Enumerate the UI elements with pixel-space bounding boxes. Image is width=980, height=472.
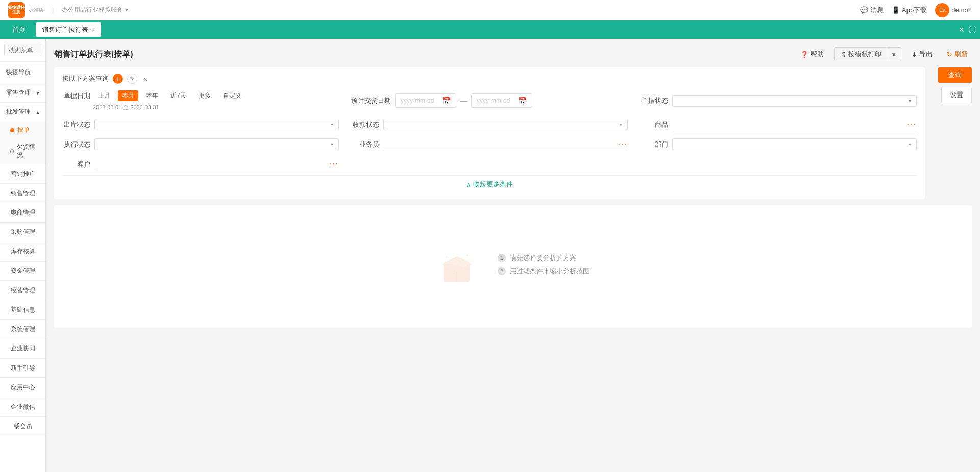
sidebar-section-wholesale: 批发管理 ▴ 按单 欠货情况 xyxy=(0,103,45,164)
product-input-area: ··· xyxy=(672,117,917,131)
filter-add-btn[interactable]: + xyxy=(113,74,123,84)
sidebar-item-operations[interactable]: 经营管理 xyxy=(0,281,45,300)
calendar-icon: 📅 xyxy=(442,97,451,105)
date-options: 上月 本月 本年 近7天 更多 自定义 xyxy=(93,90,246,102)
outbound-chevron: ▾ xyxy=(331,122,333,127)
filter-collapse-btn[interactable]: « xyxy=(143,75,148,83)
tab-home[interactable]: 首页 xyxy=(4,22,34,37)
sidebar-item-finance[interactable]: 资金管理 xyxy=(0,262,45,280)
close-window-btn[interactable]: ✕ xyxy=(959,26,965,34)
sidebar-section-member: 畅会员 xyxy=(0,417,45,436)
expected-date-to-input[interactable]: yyyy-mm-dd 📅 xyxy=(471,93,532,108)
filter-cell-customer: 客户 ··· xyxy=(62,157,339,171)
page-title: 销售订单执行表(按单) xyxy=(54,49,133,60)
sidebar-item-appcenter[interactable]: 应用中心 xyxy=(0,378,45,397)
step-1-icon: 1 xyxy=(498,254,506,262)
date-last-month-btn[interactable]: 上月 xyxy=(93,90,115,102)
sidebar-item-retail[interactable]: 零售管理 ▾ xyxy=(0,83,45,102)
date-custom-btn[interactable]: 自定义 xyxy=(218,90,246,102)
sidebar-section-enterprise: 企业协同 xyxy=(0,339,45,359)
message-btn[interactable]: 💬 消息 xyxy=(860,6,884,15)
product-more-btn[interactable]: ··· xyxy=(907,120,917,129)
tabbar-actions: ✕ ⛶ xyxy=(959,26,976,34)
settings-btn[interactable]: 设置 xyxy=(941,87,972,103)
svg-point-6 xyxy=(446,257,448,258)
sidebar-section-basics: 基础信息 xyxy=(0,300,45,320)
sidebar-subitem-byjob[interactable]: 按单 xyxy=(0,122,45,138)
collapse-icon: ∧ xyxy=(466,181,471,188)
date-this-year-btn[interactable]: 本年 xyxy=(141,90,163,102)
sidebar-subitem-backorder[interactable]: 欠货情况 xyxy=(0,138,45,164)
receipt-status-select[interactable]: ▾ xyxy=(383,119,628,130)
receipt-chevron: ▾ xyxy=(620,122,622,127)
date-separator: — xyxy=(460,97,467,105)
sidebar-item-wechat[interactable]: 企业微信 xyxy=(0,397,45,416)
exec-status-select[interactable]: ▾ xyxy=(94,138,339,150)
content-area: 销售订单执行表(按单) ❓ 帮助 🖨 按模板打印 ▾ ⬇ xyxy=(46,39,980,472)
order-status-select[interactable]: ▾ xyxy=(672,95,917,107)
sidebar-item-purchase[interactable]: 采购管理 xyxy=(0,223,45,242)
customer-more-btn[interactable]: ··· xyxy=(329,159,339,169)
filter-row-2: 出库状态 ▾ 收款状态 ▾ xyxy=(62,117,917,131)
sidebar-item-marketing[interactable]: 营销推广 xyxy=(0,164,45,183)
empty-tip-2: 2 用过滤条件来缩小分析范围 xyxy=(498,267,590,276)
top-menu[interactable]: 办公用品行业模拟账套 ▾ xyxy=(62,6,128,14)
sidebar-item-tutorial[interactable]: 新手引导 xyxy=(0,359,45,377)
outbound-status-select[interactable]: ▾ xyxy=(94,119,339,130)
query-btn[interactable]: 查询 xyxy=(938,67,972,83)
export-btn[interactable]: ⬇ 导出 xyxy=(908,48,937,61)
sidebar-item-system[interactable]: 系统管理 xyxy=(0,320,45,339)
collapse-more-btn[interactable]: ∧ 收起更多条件 xyxy=(62,175,917,193)
sidebar-item-ecommerce[interactable]: 电商管理 xyxy=(0,203,45,222)
topbar-left: 畅捷通好生意 标准版 | 办公用品行业模拟账套 ▾ xyxy=(8,2,128,18)
filter-cell-salesperson: 业务员 ··· xyxy=(351,137,628,151)
sidebar-item-enterprise[interactable]: 企业协同 xyxy=(0,339,45,358)
filter-cell-outbound: 出库状态 ▾ xyxy=(62,117,339,131)
maximize-btn[interactable]: ⛶ xyxy=(969,26,976,34)
template-print-group: 🖨 按模板打印 ▾ xyxy=(834,47,901,61)
inactive-dot-icon xyxy=(10,149,14,153)
sidebar-section-inventory: 库存核算 xyxy=(0,242,45,262)
filter-edit-btn[interactable]: ✎ xyxy=(127,74,137,84)
sidebar-item-basics[interactable]: 基础信息 xyxy=(0,300,45,319)
sidebar-submenu-wholesale: 按单 欠货情况 xyxy=(0,122,45,164)
message-icon: 💬 xyxy=(860,6,868,14)
dept-select[interactable]: ▾ xyxy=(672,138,917,150)
sidebar-item-sales[interactable]: 销售管理 xyxy=(0,184,45,203)
step-2-icon: 2 xyxy=(498,267,506,275)
sidebar-item-inventory[interactable]: 库存核算 xyxy=(0,242,45,261)
date-7days-btn[interactable]: 近7天 xyxy=(166,90,191,102)
sidebar-item-wholesale[interactable]: 批发管理 ▴ xyxy=(0,103,45,122)
sidebar-section-purchase: 采购管理 xyxy=(0,223,45,242)
filter-cell-product: 商品 ··· xyxy=(640,117,917,131)
refresh-btn[interactable]: ↻ 刷新 xyxy=(943,48,972,61)
topbar: 畅捷通好生意 标准版 | 办公用品行业模拟账套 ▾ 💬 消息 📱 App下载 E… xyxy=(0,0,980,20)
template-print-btn[interactable]: 🖨 按模板打印 xyxy=(835,48,887,61)
app-download-btn[interactable]: 📱 App下载 xyxy=(892,6,927,15)
filter-cell-dept: 部门 ▾ xyxy=(640,137,917,151)
active-dot-icon xyxy=(10,128,14,132)
sidebar: 快捷导航 零售管理 ▾ 批发管理 ▴ 按单 欠货情况 xyxy=(0,39,46,472)
tab-sales-order[interactable]: 销售订单执行表 × xyxy=(36,22,101,37)
page-header: 销售订单执行表(按单) ❓ 帮助 🖨 按模板打印 ▾ ⬇ xyxy=(54,47,972,61)
user-avatar-area[interactable]: Ea demo2 xyxy=(935,3,972,17)
chevron-up-icon: ▴ xyxy=(36,109,39,116)
date-more-btn[interactable]: 更多 xyxy=(194,90,215,102)
empty-tip-1: 1 请先选择要分析的方案 xyxy=(498,253,590,263)
help-btn[interactable]: ❓ 帮助 xyxy=(796,48,828,61)
filter-cell-date: 单据日期 上月 本月 本年 近7天 更多 自定义 2023-03-01 至 20… xyxy=(62,90,339,111)
expected-date-from-input[interactable]: yyyy-mm-dd 📅 xyxy=(395,93,456,108)
tab-close-btn[interactable]: × xyxy=(91,26,95,33)
sidebar-section-sales: 销售管理 xyxy=(0,184,45,203)
sidebar-nav: 快捷导航 xyxy=(0,62,45,83)
salesperson-more-btn[interactable]: ··· xyxy=(618,139,628,149)
sidebar-item-quicknav[interactable]: 快捷导航 xyxy=(0,66,45,79)
search-input[interactable] xyxy=(4,44,41,56)
filter-row-1: 单据日期 上月 本月 本年 近7天 更多 自定义 2023-03-01 至 20… xyxy=(62,90,917,111)
sidebar-section-retail: 零售管理 ▾ xyxy=(0,83,45,103)
filter-cell-receipt: 收款状态 ▾ xyxy=(351,117,628,131)
template-print-arrow-btn[interactable]: ▾ xyxy=(887,49,901,60)
date-this-month-btn[interactable]: 本月 xyxy=(118,90,138,101)
chevron-down-icon: ▾ xyxy=(36,89,39,97)
sidebar-item-member[interactable]: 畅会员 xyxy=(0,417,45,436)
